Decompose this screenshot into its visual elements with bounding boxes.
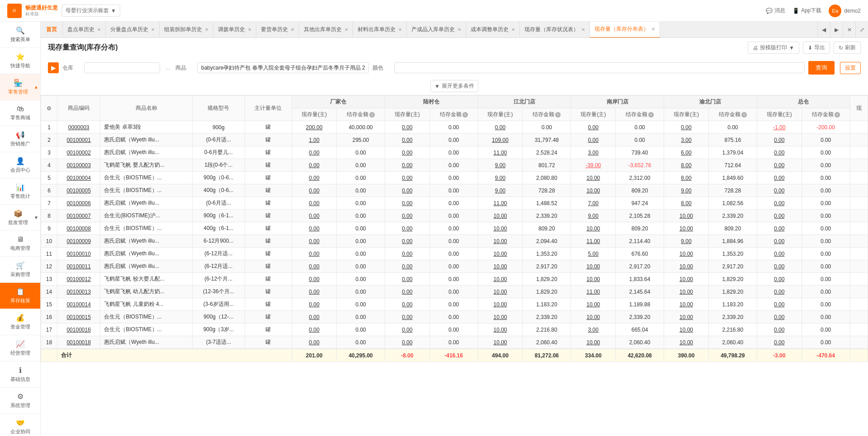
sidebar-item-retail-mgmt[interactable]: 🏪 零售管理 ▲: [0, 74, 40, 100]
sidebar-item-operation[interactable]: 📈 经营管理: [0, 335, 40, 361]
row-total-qty: 0.00: [757, 286, 802, 298]
user-area[interactable]: Ea demo2: [829, 5, 861, 17]
info-icon[interactable]: ①: [462, 112, 468, 117]
row-jb-amt: 801.72: [523, 159, 571, 172]
expand-icon: ▼: [434, 83, 440, 89]
sidebar-item-collab[interactable]: 🤝 企业协同: [0, 414, 40, 436]
table-container[interactable]: ⚙ 商品编码 商品名称 规格型号 主计量单位 厂家仓 陆村仓 江北门店 南岸门店…: [41, 95, 868, 436]
sidebar-item-inventory[interactable]: 📋 库存核算: [0, 283, 40, 309]
msg-btn[interactable]: 💬 消息: [766, 7, 785, 14]
row-extra: [850, 134, 868, 146]
nav-next-btn[interactable]: ▶: [830, 22, 843, 38]
info-icon[interactable]: ①: [648, 112, 654, 117]
tab-stocktake[interactable]: 盘点单历史 ✕: [63, 22, 106, 38]
settings-col-header[interactable]: ⚙: [41, 96, 57, 121]
row-code: 00100016: [57, 323, 100, 336]
print-btn[interactable]: 🖨 按模版打印 ▼: [748, 42, 799, 54]
tab-assembly[interactable]: 组装拆卸单历史 ✕: [160, 22, 213, 38]
expand-conditions-btn[interactable]: ▼ 展开更多条件: [430, 80, 478, 92]
row-na-amt: 809.20: [616, 222, 664, 235]
app-download-btn[interactable]: 📱 App下载: [793, 7, 821, 14]
close-icon[interactable]: ✕: [651, 27, 655, 32]
tab-transfer[interactable]: 调拨单历史 ✕: [213, 22, 256, 38]
table-row: 300100002惠氏启赋（Wyeth illu...0-6月婴儿...罐0.0…: [41, 146, 868, 159]
close-icon[interactable]: ✕: [511, 27, 515, 32]
warehouse-input[interactable]: [84, 62, 160, 73]
info-icon[interactable]: ①: [741, 112, 747, 117]
row-unit: 罐: [245, 323, 292, 336]
close-icon[interactable]: ✕: [581, 27, 585, 32]
sidebar-item-nav[interactable]: ⭐ 快捷导航: [0, 48, 40, 74]
row-na-qty: 10.00: [571, 336, 616, 349]
tab-cost-adjust[interactable]: 成本调整单历史 ✕: [466, 22, 520, 38]
row-code: 00100013: [57, 286, 100, 298]
account-selector[interactable]: 母婴行业演示账套 ▼: [61, 5, 120, 17]
sidebar-item-purchase[interactable]: 🛒 采购管理: [0, 257, 40, 283]
settings-btn[interactable]: 设置: [840, 62, 861, 74]
mobile-icon: 📱: [793, 8, 799, 14]
row-unit: 罐: [245, 248, 292, 260]
sidebar-item-ecommerce[interactable]: 🖥 电商管理: [0, 231, 40, 257]
row-cf-amt: 295.00: [336, 134, 385, 146]
filter-toggle-btn[interactable]: ▶: [48, 62, 59, 73]
sidebar-item-wholesale[interactable]: 📦 批发管理 ▼: [0, 205, 40, 231]
info-icon[interactable]: ①: [555, 112, 561, 117]
tab-order[interactable]: 要货单历史 ✕: [256, 22, 299, 38]
close-icon[interactable]: ✕: [97, 27, 101, 32]
sidebar-item-system[interactable]: ⚙ 系统管理: [0, 388, 40, 414]
tab-inventory-dist[interactable]: 现存量（库存分布表） ✕: [590, 22, 660, 38]
export-label: 导出: [814, 44, 825, 52]
close-icon[interactable]: ✕: [398, 27, 402, 32]
refresh-btn[interactable]: ↻ 刷新: [834, 42, 861, 54]
nav-expand-btn[interactable]: ⤢: [855, 22, 868, 38]
sidebar-item-finance[interactable]: 💰 资金管理: [0, 309, 40, 335]
row-name: 合生元(BIOSTIME)沪...: [100, 210, 193, 222]
export-btn[interactable]: ⬇ 导出: [803, 42, 830, 54]
row-spec: 0-6月婴儿...: [192, 146, 245, 159]
info-icon[interactable]: ①: [369, 112, 375, 117]
yb-qty-header: 现存量(主): [664, 108, 709, 121]
handshake-icon: 🤝: [16, 418, 25, 427]
sidebar-item-marketing[interactable]: 📢 营销推广: [0, 126, 40, 152]
chart-icon: 📊: [16, 183, 25, 192]
tab-home[interactable]: 首页: [41, 22, 63, 38]
row-code: 00100014: [57, 298, 100, 311]
row-lc-amt: 0.00: [429, 134, 478, 146]
row-no: 13: [41, 273, 57, 286]
row-spec: (6-12个月...: [192, 273, 245, 286]
row-no: 2: [41, 134, 57, 146]
query-btn[interactable]: 查询: [808, 61, 835, 75]
row-jb-amt: 2,339.20: [523, 210, 571, 222]
nav-close-btn[interactable]: ✕: [843, 22, 855, 38]
color-input[interactable]: [394, 62, 805, 73]
sidebar-item-basic-info[interactable]: ℹ 基础信息: [0, 361, 40, 388]
close-icon[interactable]: ✕: [458, 27, 461, 32]
close-icon[interactable]: ✕: [248, 27, 251, 32]
close-icon[interactable]: ✕: [205, 27, 208, 32]
row-lc-qty: 0.00: [385, 298, 429, 311]
close-icon[interactable]: ✕: [291, 27, 294, 32]
tab-partial-stocktake[interactable]: 分量盘点单历史 ✕: [106, 22, 160, 38]
close-icon[interactable]: ✕: [344, 27, 348, 32]
sidebar-item-retail-mall[interactable]: 🛍 零售商城: [0, 100, 40, 126]
tab-product-in[interactable]: 产成品入库单历史 ✕: [407, 22, 466, 38]
row-name: 飞鹤星飞帆 较大婴儿配...: [100, 273, 193, 286]
tab-inventory-status[interactable]: 现存量（库存状况表） ✕: [520, 22, 590, 38]
close-icon[interactable]: ✕: [151, 27, 155, 32]
row-cf-qty: 0.00: [292, 273, 337, 286]
info-icon[interactable]: ①: [835, 112, 840, 117]
goods-input[interactable]: [197, 62, 369, 73]
row-extra: [850, 197, 868, 210]
sidebar-item-search[interactable]: 🔍 搜索英单: [0, 22, 40, 48]
row-jb-qty: 10.00: [478, 286, 523, 298]
row-yb-amt: 0.00: [708, 121, 757, 134]
nav-prev-btn[interactable]: ◀: [817, 22, 830, 38]
tab-material-out[interactable]: 材料出库单历史 ✕: [353, 22, 407, 38]
sidebar-item-retail-stats[interactable]: 📊 零售统计: [0, 178, 40, 205]
refresh-icon: ↻: [839, 45, 843, 51]
row-na-amt: 2,060.40: [616, 336, 664, 349]
box-icon: 📦: [14, 209, 23, 218]
tab-other-out[interactable]: 其他出库单历史 ✕: [299, 22, 353, 38]
row-na-qty: 3.00: [571, 323, 616, 336]
sidebar-item-member[interactable]: 👤 会员中心: [0, 152, 40, 178]
